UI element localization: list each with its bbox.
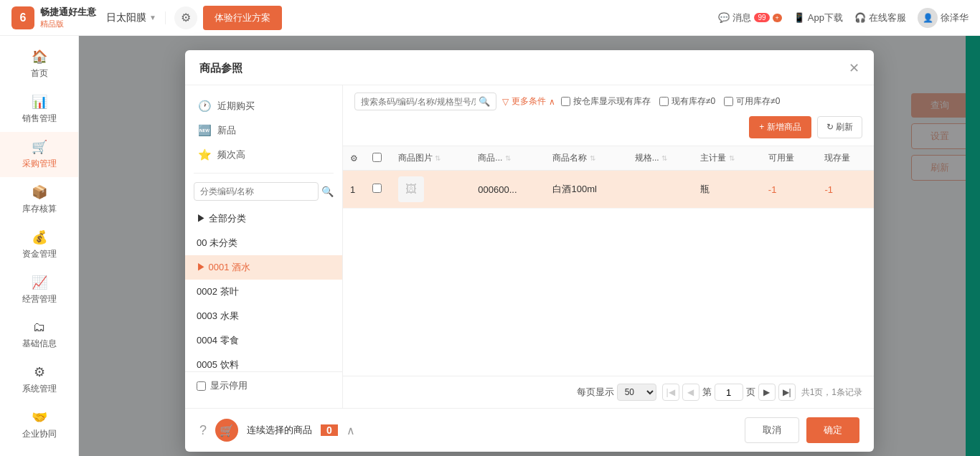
category-search-row: 🔍 <box>185 179 342 204</box>
message-count-badge: 99 <box>754 13 769 22</box>
modal-overlay: 商品参照 ✕ 🕐 近期购买 🆕 <box>79 36 980 456</box>
checkbox-stock-ne0-input[interactable] <box>659 97 669 106</box>
message-plus-badge: + <box>773 14 782 22</box>
checkbox-warehouse-input[interactable] <box>561 97 570 106</box>
sidebar-item-home[interactable]: 🏠 首页 <box>0 42 78 87</box>
cat-item-0001[interactable]: ▶ 0001 酒水 <box>185 255 342 280</box>
sidebar-item-finance[interactable]: 💰 资金管理 <box>0 222 78 267</box>
sidebar: 🏠 首页 📊 销售管理 🛒 采购管理 📦 库存核算 💰 资金管理 📈 经营管理 … <box>0 36 79 456</box>
settings-button[interactable]: ⚙ <box>174 6 197 29</box>
next-page-button[interactable]: ▶ <box>758 384 776 401</box>
row-checkbox[interactable] <box>365 171 391 209</box>
row-select-checkbox[interactable] <box>372 184 382 193</box>
filter-collapse-icon: ∧ <box>549 97 555 107</box>
col-checkbox[interactable] <box>365 146 391 171</box>
checkbox-stock-ne0[interactable]: 现有库存≠0 <box>659 95 715 108</box>
quick-item-frequent[interactable]: ⭐ 频次高 <box>191 143 336 167</box>
confirm-button[interactable]: 确定 <box>806 417 859 443</box>
navbar-right: 💬 消息 99 + 📱 App下载 🎧 在线客服 👤 徐泽华 <box>718 8 969 28</box>
logo-icon: 6 <box>11 6 34 29</box>
col-available: 可用量 <box>761 146 818 171</box>
page-info: 共1页，1条记录 <box>801 386 862 399</box>
cart-count: 0 <box>321 424 338 436</box>
page-suffix: 页 <box>746 386 755 399</box>
cat-item-0004[interactable]: 0004 零食 <box>185 328 342 353</box>
cat-item-0003[interactable]: 0003 水果 <box>185 304 342 328</box>
col-settings[interactable]: ⚙ <box>343 146 365 171</box>
messages-nav[interactable]: 💬 消息 99 + <box>718 11 781 24</box>
cancel-button[interactable]: 取消 <box>745 417 799 443</box>
sidebar-item-sales[interactable]: 📊 销售管理 <box>0 87 78 132</box>
sidebar-item-collab[interactable]: 🤝 企业协同 <box>0 402 78 447</box>
modal-footer: ? 🛒 连续选择的商品 0 ∧ 取消 确定 <box>185 408 874 452</box>
sidebar-item-inventory[interactable]: 📦 库存核算 <box>0 177 78 222</box>
checkbox-available-ne0-input[interactable] <box>724 97 733 106</box>
sidebar-item-base[interactable]: 🗂 基础信息 <box>0 313 78 357</box>
collab-icon: 🤝 <box>32 409 47 425</box>
sales-icon: 📊 <box>32 94 47 110</box>
quick-item-recent[interactable]: 🕐 近期购买 <box>191 94 336 118</box>
service-nav[interactable]: 🎧 在线客服 <box>854 11 906 24</box>
sort-name[interactable]: ⇅ <box>590 154 595 162</box>
add-product-button[interactable]: + 新增商品 <box>749 116 811 138</box>
modal-left-panel: 🕐 近期购买 🆕 新品 ⭐ 频次高 <box>185 85 343 408</box>
table-header-row: ⚙ 商品图片 ⇅ 商品... ⇅ 商品名称 ⇅ 规格... ⇅ 主计量 ⇅ 可用… <box>343 146 874 171</box>
table-row[interactable]: 1 🖼 000600... 白酒100ml 瓶 <box>343 171 874 209</box>
product-search-icon[interactable]: 🔍 <box>479 96 490 107</box>
show-disabled-row[interactable]: 显示停用 <box>185 371 342 399</box>
store-selector[interactable]: 日太阳膜 ▼ <box>98 11 166 24</box>
purchase-icon: 🛒 <box>32 139 47 155</box>
sidebar-item-guide[interactable]: 📖 新手引导 <box>0 447 78 456</box>
checkbox-warehouse[interactable]: 按仓库显示现有库存 <box>561 95 651 108</box>
checkbox-available-ne0[interactable]: 可用库存≠0 <box>724 95 780 108</box>
frequent-icon: ⭐ <box>198 148 212 161</box>
modal-title: 商品参照 <box>199 62 242 75</box>
category-search-input[interactable] <box>194 182 319 201</box>
first-page-button[interactable]: |◀ <box>662 384 679 401</box>
sidebar-item-purchase[interactable]: 🛒 采购管理 <box>0 132 78 177</box>
cat-item-uncategorized[interactable]: 00 未分类 <box>185 231 342 255</box>
sidebar-item-ops[interactable]: 📈 经营管理 <box>0 267 78 313</box>
show-disabled-checkbox[interactable] <box>197 381 206 391</box>
app-download-nav[interactable]: 📱 App下载 <box>793 11 843 24</box>
headphone-icon: 🎧 <box>854 12 866 23</box>
sort-image[interactable]: ⇅ <box>435 154 440 162</box>
sort-spec[interactable]: ⇅ <box>661 154 667 162</box>
cat-item-0002[interactable]: 0002 茶叶 <box>185 280 342 304</box>
help-icon[interactable]: ? <box>199 423 207 438</box>
category-search-button[interactable]: 🔍 <box>321 186 334 197</box>
quick-list: 🕐 近期购买 🆕 新品 ⭐ 频次高 <box>185 94 342 167</box>
quick-item-new[interactable]: 🆕 新品 <box>191 118 336 143</box>
user-nav[interactable]: 👤 徐泽华 <box>918 8 969 28</box>
toolbar: 🔍 ▽ 更多条件 ∧ 按仓库显示现有库存 <box>343 85 874 146</box>
col-image: 商品图片 ⇅ <box>391 146 471 171</box>
filter-button[interactable]: ▽ 更多条件 ∧ <box>502 95 555 108</box>
message-icon: 💬 <box>718 12 730 23</box>
left-divider <box>194 173 334 174</box>
main-area: 查询 设置 刷新 商品参照 ✕ 🕐 <box>79 36 980 456</box>
sort-unit[interactable]: ⇅ <box>729 154 735 162</box>
page-size-select[interactable]: 50 10 20 100 <box>617 384 656 401</box>
select-all-checkbox[interactable] <box>372 153 382 162</box>
row-code: 000600... <box>471 171 545 209</box>
navbar: 6 畅捷通好生意 精品版 日太阳膜 ▼ ⚙ 体验行业方案 💬 消息 99 + 📱… <box>0 0 980 36</box>
cat-item-all[interactable]: ▶ 全部分类 <box>185 206 342 231</box>
prev-page-button[interactable]: ◀ <box>682 384 699 401</box>
page-number-input[interactable] <box>715 384 743 401</box>
ops-icon: 📈 <box>32 275 47 290</box>
sidebar-item-system[interactable]: ⚙ 系统管理 <box>0 357 78 402</box>
modal-close-button[interactable]: ✕ <box>849 60 859 76</box>
new-icon: 🆕 <box>198 124 212 137</box>
store-dropdown-arrow: ▼ <box>149 14 156 22</box>
product-search-input[interactable] <box>361 97 476 107</box>
col-spec: 规格... ⇅ <box>628 146 694 171</box>
modal-body: 🕐 近期购买 🆕 新品 ⭐ 频次高 <box>185 85 874 408</box>
refresh-button[interactable]: ↻ 刷新 <box>817 116 862 138</box>
sort-code[interactable]: ⇅ <box>505 154 511 162</box>
trial-button[interactable]: 体验行业方案 <box>203 6 282 30</box>
chevron-up-icon[interactable]: ∧ <box>347 424 355 437</box>
last-page-button[interactable]: ▶| <box>778 384 796 401</box>
cat-item-0005[interactable]: 0005 饮料 <box>185 353 342 371</box>
toolbar-right: + 新增商品 ↻ 刷新 <box>749 116 862 138</box>
product-reference-modal: 商品参照 ✕ 🕐 近期购买 🆕 <box>185 50 874 452</box>
